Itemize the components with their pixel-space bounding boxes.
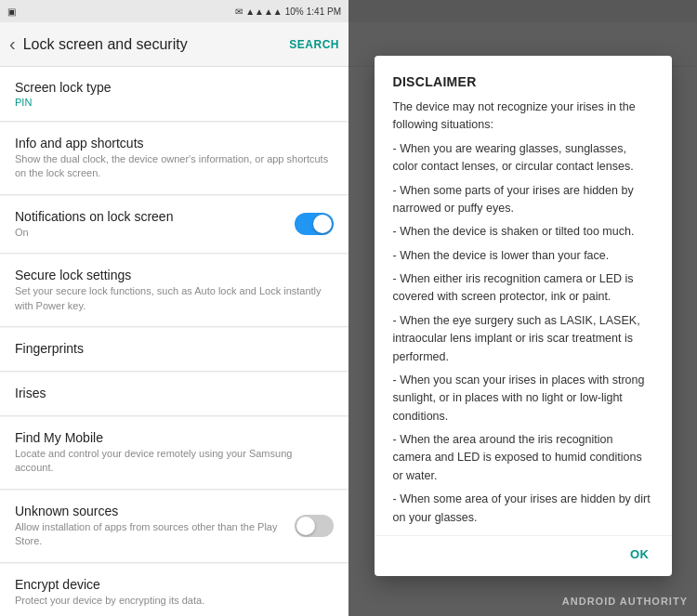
time-text: 1:41 PM: [307, 7, 341, 17]
dialog-actions: OK: [375, 535, 672, 576]
toggle-knob: [313, 215, 332, 233]
setting-subtitle: On: [15, 226, 173, 240]
setting-title: Unknown sources: [15, 504, 295, 518]
dialog-line-6: - When the eye surgery such as LASIK, LA…: [393, 312, 653, 366]
dialog-line-1: - When you are wearing glasses, sunglass…: [393, 140, 653, 177]
dialog-content: DISCLAIMER The device may not recognize …: [375, 56, 672, 535]
setting-subtitle: Locate and control your device remotely …: [15, 447, 334, 476]
setting-subtitle: Set your secure lock functions, such as …: [15, 284, 334, 313]
search-button[interactable]: SEARCH: [289, 38, 339, 51]
setting-title: Irises: [15, 386, 334, 400]
left-panel: ▣ ✉ ▲▲▲▲ 10% 1:41 PM ‹ Lock screen and s…: [0, 0, 348, 616]
battery-text: 10%: [285, 7, 304, 17]
setting-subtitle: Show the dual clock, the device owner's …: [15, 152, 334, 181]
disclaimer-dialog: DISCLAIMER The device may not recognize …: [375, 56, 672, 576]
setting-item-secure-lock-settings[interactable]: Secure lock settings Set your secure loc…: [0, 255, 348, 327]
dialog-line-5: - When either iris recognition camera or…: [393, 270, 653, 307]
setting-title: Screen lock type: [15, 80, 334, 95]
dialog-line-4: - When the device is lower than your fac…: [393, 247, 653, 265]
setting-item-fingerprints[interactable]: Fingerprints: [0, 328, 348, 372]
page-title: Lock screen and security: [23, 36, 290, 53]
back-button[interactable]: ‹: [9, 33, 16, 55]
dialog-line-9: - When some area of your irises are hidd…: [393, 491, 653, 527]
signal-icon: ▲▲▲▲: [245, 7, 283, 17]
setting-title: Encrypt device: [15, 577, 334, 592]
right-panel: DISCLAIMER The device may not recognize …: [348, 0, 697, 616]
setting-item-find-my-mobile[interactable]: Find My Mobile Locate and control your d…: [0, 417, 348, 490]
toggle-notifications-lock-screen[interactable]: [295, 213, 334, 235]
setting-item-unknown-sources[interactable]: Unknown sources Allow installation of ap…: [0, 491, 348, 563]
dialog-body: The device may not recognize your irises…: [393, 98, 653, 535]
dialog-line-8: - When the area around the iris recognit…: [393, 431, 653, 485]
status-bar: ▣ ✉ ▲▲▲▲ 10% 1:41 PM: [0, 0, 348, 22]
dialog-title: DISCLAIMER: [393, 74, 653, 89]
setting-subtitle: Protect your device by encrypting its da…: [15, 594, 334, 608]
dialog-line-3: - When the device is shaken or tilted to…: [393, 223, 653, 241]
setting-item-info-app-shortcuts[interactable]: Info and app shortcuts Show the dual clo…: [0, 123, 348, 195]
setting-title: Find My Mobile: [15, 430, 334, 445]
dialog-overlay: DISCLAIMER The device may not recognize …: [348, 0, 697, 616]
top-bar: ‹ Lock screen and security SEARCH: [0, 22, 348, 67]
toggle-knob: [296, 517, 315, 535]
setting-item-encrypt-device[interactable]: Encrypt device Protect your device by en…: [0, 564, 348, 616]
status-bar-right: ✉ ▲▲▲▲ 10% 1:41 PM: [235, 7, 341, 17]
setting-badge: PIN: [15, 97, 334, 108]
setting-item-screen-lock-type[interactable]: Screen lock type PIN: [0, 67, 348, 122]
setting-item-notifications-lock-screen[interactable]: Notifications on lock screen On: [0, 196, 348, 254]
sim-icon: ✉: [235, 7, 243, 17]
status-bar-left: ▣: [7, 7, 16, 17]
watermark: ANDROID AUTHORITY: [562, 596, 688, 607]
setting-title: Notifications on lock screen: [15, 209, 173, 224]
toggle-unknown-sources[interactable]: [295, 515, 334, 537]
setting-title: Info and app shortcuts: [15, 136, 334, 151]
ok-button[interactable]: OK: [623, 544, 657, 565]
dialog-line-2: - When some parts of your irises are hid…: [393, 182, 653, 218]
dialog-line-7: - When you scan your irises in places wi…: [393, 372, 653, 426]
setting-title: Fingerprints: [15, 341, 334, 356]
setting-subtitle: Allow installation of apps from sources …: [15, 520, 295, 549]
settings-list: Screen lock type PIN Info and app shortc…: [0, 67, 348, 616]
setting-title: Secure lock settings: [15, 268, 334, 282]
setting-item-irises[interactable]: Irises: [0, 373, 348, 416]
dialog-line-0: The device may not recognize your irises…: [393, 98, 653, 135]
